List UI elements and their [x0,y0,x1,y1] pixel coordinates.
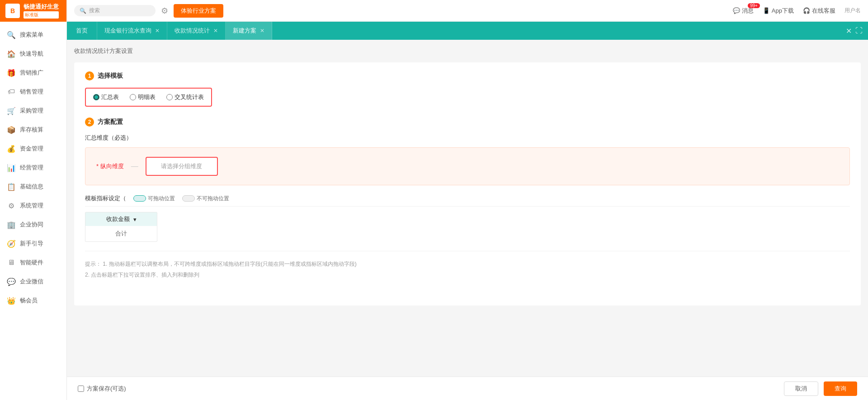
header-right: 💬 消息 99+ 📱 App下载 🎧 在线客服 用户名 [733,7,861,15]
sidebar-item-finance[interactable]: 💰 资金管理 [0,139,66,158]
stats-body-label: 合计 [115,230,127,237]
sidebar-item-inventory[interactable]: 📦 库存核算 [0,120,66,139]
indicator-title: 模板指标设定（ [85,194,126,202]
sidebar-item-purchase[interactable]: 🛒 采购管理 [0,101,66,120]
message-icon: 💬 [733,7,740,14]
hardware-icon: 🖥 [7,259,15,267]
settings-icon[interactable]: ⚙ [161,6,168,16]
radio-summary[interactable]: 汇总表 [93,93,119,101]
tab-close-bank-flow[interactable]: ✕ [155,28,160,34]
fixed-dot [182,195,195,202]
tab-bank-flow[interactable]: 现金银行流水查询 ✕ [97,22,167,40]
stats-dropdown-icon[interactable]: ▾ [133,216,137,223]
radio-detail-label: 明细表 [138,93,156,101]
sidebar-item-system[interactable]: ⚙ 系统管理 [0,196,66,215]
bank-flow-tab-label: 现金银行流水查询 [104,27,151,35]
service-icon: 🎧 [803,7,810,14]
chart-icon: 📊 [7,164,15,172]
sidebar-item-label: 经营管理 [20,164,43,172]
search-box[interactable]: 🔍 搜索 [74,5,156,16]
radio-cross-label: 交叉统计表 [175,93,204,101]
sidebar-item-label: 采购管理 [20,107,43,115]
step2-header: 2 方案配置 [85,118,850,127]
cart-icon: 🛒 [7,107,15,115]
sidebar-item-search-menu[interactable]: 🔍 搜索菜单 [0,25,66,44]
settings-card: 1 选择模板 汇总表 明细表 交叉统计表 2 [74,62,861,306]
radio-summary-label: 汇总表 [101,93,119,101]
message-button[interactable]: 💬 消息 99+ [733,7,754,15]
stats-body: 合计 [85,226,157,241]
step1-title: 选择模板 [98,72,123,80]
sidebar-item-wechat[interactable]: 💬 企业微信 [0,272,66,291]
radio-cross[interactable]: 交叉统计表 [166,93,204,101]
tip-line1: 提示： 1. 拖动标题栏可以调整布局，不可跨维度或指标区域拖动栏目字段(只能在同… [85,259,850,269]
tip-line2: 2. 点击标题栏下拉可设置排序、插入列和删除列 [85,269,850,280]
save-checkbox[interactable] [78,386,84,392]
sidebar-item-guide[interactable]: 🧭 新手引导 [0,234,66,253]
dimension-arrow: — [131,162,138,170]
step1-header: 1 选择模板 [85,71,850,80]
list-icon: 📋 [7,183,15,191]
breadcrumb: 收款情况统计方案设置 [74,47,861,55]
step2-section: 2 方案配置 汇总维度（必选） * 纵向维度 — 请选择分组维度 [85,118,850,280]
logo-text: 畅捷通好生意 [24,3,59,10]
sidebar-item-label: 库存核算 [20,126,43,134]
gear-icon: ⚙ [7,202,15,210]
sidebar-item-label: 基础信息 [20,183,43,191]
tab-collection-stats[interactable]: 收款情况统计 ✕ [167,22,226,40]
sidebar-nav: 🔍 搜索菜单 🏠 快速导航 🎁 营销推广 🏷 销售管理 🛒 采购管理 📦 库存核… [0,22,66,400]
tab-new-plan[interactable]: 新建方案 ✕ [226,22,272,40]
box-icon: 📦 [7,126,15,134]
tab-close-collection-stats[interactable]: ✕ [213,28,218,34]
sidebar-logo: B 畅捷通好生意 标准版 [0,0,66,22]
stats-header: 收款金额 ▾ [85,212,157,226]
radio-summary-input[interactable] [93,94,99,100]
sidebar-item-label: 搜索菜单 [20,31,43,39]
tab-close-all-icon[interactable]: ✕ [846,27,852,35]
sidebar-item-enterprise[interactable]: 🏢 企业协同 [0,215,66,234]
step2-number: 2 [85,118,94,127]
step1-number: 1 [85,71,94,80]
sidebar-item-label: 新手引导 [20,240,43,248]
sidebar-item-hardware[interactable]: 🖥 智能硬件 [0,253,66,272]
config-section: 汇总维度（必选） * 纵向维度 — 请选择分组维度 模板指标设定（ [85,134,850,280]
dimension-title: 汇总维度（必选） [85,134,850,142]
main-content: 收款情况统计方案设置 1 选择模板 汇总表 明细表 交叉统计表 [67,40,868,400]
radio-detail-input[interactable] [130,94,136,100]
logo-text-block: 畅捷通好生意 标准版 [24,3,59,19]
sidebar-item-label: 企业微信 [20,278,43,286]
sidebar-item-marketing[interactable]: 🎁 营销推广 [0,63,66,82]
sidebar-item-member[interactable]: 👑 畅会员 [0,291,66,310]
logo-badge: 标准版 [24,11,59,19]
sidebar-item-quick-nav[interactable]: 🏠 快速导航 [0,44,66,63]
tab-maximize-icon[interactable]: ⛶ [855,27,863,35]
search-menu-icon: 🔍 [7,31,15,39]
logo-icon: B [5,4,20,18]
stats-table: 收款金额 ▾ 合计 [85,212,157,242]
sidebar-item-label: 畅会员 [20,296,38,305]
step2-title: 方案配置 [98,118,123,126]
sidebar-item-operations[interactable]: 📊 经营管理 [0,158,66,177]
cancel-button[interactable]: 取消 [784,381,818,396]
indicator-title-text: 模板指标设定（ [85,195,126,202]
stats-header-label: 收款金额 [106,215,130,223]
step1-section: 1 选择模板 汇总表 明细表 交叉统计表 [85,71,850,107]
sidebar-item-basic-info[interactable]: 📋 基础信息 [0,177,66,196]
radio-cross-input[interactable] [166,94,173,100]
sidebar-item-label: 营销推广 [20,69,43,77]
sidebar-item-label: 销售管理 [20,88,43,96]
search-placeholder: 搜索 [89,7,100,14]
dimension-placeholder[interactable]: 请选择分组维度 [146,157,218,176]
dimension-section: 汇总维度（必选） * 纵向维度 — 请选择分组维度 [85,134,850,185]
wechat-icon: 💬 [7,278,15,286]
sidebar-item-sales[interactable]: 🏷 销售管理 [0,82,66,101]
query-button[interactable]: 查询 [824,381,857,396]
service-button[interactable]: 🎧 在线客服 [803,7,835,15]
new-plan-tab-label: 新建方案 [233,27,256,35]
trial-button[interactable]: 体验行业方案 [174,4,223,18]
radio-detail[interactable]: 明细表 [130,93,156,101]
header: 🔍 搜索 ⚙ 体验行业方案 💬 消息 99+ 📱 App下载 🎧 在线客服 用户… [67,0,868,22]
app-download-button[interactable]: 📱 App下载 [763,7,794,15]
tab-home[interactable]: 首页 [67,22,97,40]
tab-close-new-plan[interactable]: ✕ [260,28,264,34]
